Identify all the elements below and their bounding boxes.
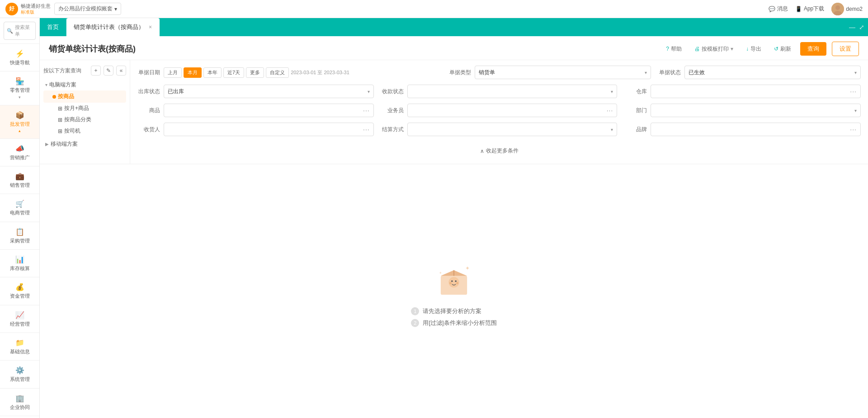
date-btn-more[interactable]: 更多 xyxy=(246,67,264,78)
consignee-field: 收货人 ··· xyxy=(137,123,374,136)
message-button[interactable]: 💬 消息 xyxy=(769,5,788,13)
pc-section: ▾ 电脑端方案 按商品 ⊞ 按月+商品 ⊞ 按 xyxy=(43,79,126,137)
tree-item-by-product[interactable]: 按商品 xyxy=(43,90,126,103)
help-icon: ? xyxy=(666,46,669,52)
tab-bar: 首页 销货单统计计表（按商品） × — ⤢ xyxy=(40,18,868,36)
basic-icon: 📁 xyxy=(15,338,24,347)
date-btn-last-month[interactable]: 上月 xyxy=(164,67,182,78)
app-download-button[interactable]: 📱 App下载 xyxy=(795,5,824,13)
pc-section-header[interactable]: ▾ 电脑端方案 xyxy=(43,79,126,90)
date-btn-this-month[interactable]: 本月 xyxy=(184,67,202,78)
order-status-chevron-icon: ▾ xyxy=(854,70,857,75)
header-left: 好 畅捷通好生意 标准版 办公用品行业模拟账套 ▾ xyxy=(5,3,121,15)
product-select[interactable]: ··· xyxy=(164,104,374,117)
order-type-select[interactable]: 销货单 ▾ xyxy=(475,66,651,79)
mobile-section-header[interactable]: ▶ 移动端方案 xyxy=(43,138,126,150)
avatar xyxy=(831,3,844,15)
add-scheme-button[interactable]: + xyxy=(91,66,101,76)
tree-item-by-month-product[interactable]: ⊞ 按月+商品 xyxy=(43,103,126,114)
sidebar-item-wholesale[interactable]: 📦 批发管理 ▴ xyxy=(0,105,39,139)
tree-item-by-machine[interactable]: ⊞ 按司机 xyxy=(43,125,126,137)
warehouse-select[interactable]: ··· xyxy=(651,85,861,98)
refresh-button[interactable]: ↺ 刷新 xyxy=(770,43,795,55)
wholesale-icon: 📦 xyxy=(15,111,24,119)
receive-status-select[interactable]: ▾ xyxy=(407,85,618,98)
warehouse-field: 仓库 ··· xyxy=(624,85,861,98)
operations-icon: 📈 xyxy=(15,311,24,319)
user-menu[interactable]: demo2 xyxy=(831,3,863,15)
payment-method-select[interactable]: ▾ xyxy=(407,123,618,136)
settings-button[interactable]: 设置 xyxy=(832,42,859,56)
brand-field: 品牌 ··· xyxy=(624,123,861,136)
tree-item-by-product-category[interactable]: ⊞ 按商品分类 xyxy=(43,114,126,125)
logo-text: 畅捷通好生意 标准版 xyxy=(21,3,51,15)
sidebar-item-finance[interactable]: 💰 资金管理 xyxy=(0,277,39,305)
sidebar-item-quicknav[interactable]: ⚡ 快捷导航 xyxy=(0,44,39,71)
date-btn-this-year[interactable]: 本年 xyxy=(203,67,222,78)
sidebar-item-ecommerce[interactable]: 🛒 电商管理 xyxy=(0,194,39,222)
receive-status-field: 收款状态 ▾ xyxy=(381,85,618,98)
sales-icon: 💼 xyxy=(15,172,24,180)
filter-tree: 按以下方案查询 + ✎ « ▾ 电脑端方案 xyxy=(40,60,130,164)
tab-home[interactable]: 首页 xyxy=(40,18,66,36)
svg-point-7 xyxy=(451,280,453,282)
sidebar-item-marketing[interactable]: 📣 营销推广 xyxy=(0,139,39,166)
brand-dots-icon: ··· xyxy=(850,126,857,133)
sidebar-item-sales[interactable]: 💼 销售管理 xyxy=(0,166,39,194)
salesperson-dots-icon: ··· xyxy=(607,107,613,114)
sidebar-item-purchase[interactable]: 📋 采购管理 xyxy=(0,222,39,250)
out-status-select[interactable]: 已出库 ▾ xyxy=(164,85,374,98)
department-field: 部门 ▾ xyxy=(624,104,861,117)
query-button[interactable]: 查询 xyxy=(800,42,826,56)
page-actions: ? 帮助 🖨 按模板打印 ▾ ↓ 导出 ↺ 刷新 xyxy=(662,42,859,56)
search-menu-input[interactable]: 🔍 搜索菜单 xyxy=(4,22,36,40)
svg-point-9 xyxy=(449,282,452,284)
grid-icon-3: ⊞ xyxy=(58,128,62,134)
consignee-select[interactable]: ··· xyxy=(164,123,374,136)
filter-form: 单据日期 上月 本月 本年 近7天 更多 自定义 2023-03-01 至 20… xyxy=(130,60,868,164)
sidebar-item-system[interactable]: ⚙️ 系统管理 xyxy=(0,361,39,388)
sidebar-item-newbie[interactable]: 🎯 新手引导 xyxy=(0,416,39,418)
collapse-tree-button[interactable]: « xyxy=(116,66,126,76)
department-select[interactable]: ▾ xyxy=(651,104,861,117)
collapse-button[interactable]: ∧ 收起更多条件 xyxy=(475,145,524,157)
export-icon: ↓ xyxy=(746,46,749,52)
payment-method-chevron-icon: ▾ xyxy=(611,127,613,132)
pc-section-arrow-icon: ▾ xyxy=(45,82,47,87)
tab-close-icon[interactable]: × xyxy=(149,24,152,30)
receive-status-chevron-icon: ▾ xyxy=(611,89,613,94)
quicknav-icon: ⚡ xyxy=(15,49,24,58)
svg-point-10 xyxy=(456,282,458,284)
wholesale-expand-icon: ▴ xyxy=(19,128,21,133)
filter-row-3: 商品 ··· 业务员 ··· xyxy=(137,104,861,117)
brand-select[interactable]: ··· xyxy=(651,123,861,136)
tab-minimize-icon[interactable]: — xyxy=(849,24,855,31)
date-btn-7days[interactable]: 近7天 xyxy=(223,67,244,78)
svg-point-8 xyxy=(455,280,457,282)
edit-scheme-button[interactable]: ✎ xyxy=(104,66,113,76)
workspace-selector[interactable]: 办公用品行业模拟账套 ▾ xyxy=(54,3,121,15)
sidebar-item-basic[interactable]: 📁 基础信息 xyxy=(0,333,39,361)
consignee-dots-icon: ··· xyxy=(363,126,370,133)
sidebar-item-enterprise[interactable]: 🏢 企业协同 xyxy=(0,389,39,416)
purchase-icon: 📋 xyxy=(15,228,24,236)
sidebar: 🔍 搜索菜单 ⚡ 快捷导航 🏪 零售管理 ▾ 📦 批发管理 ▴ 📣 营销推广 💼… xyxy=(0,18,40,418)
print-button[interactable]: 🖨 按模板打印 ▾ xyxy=(691,43,737,55)
retail-icon: 🏪 xyxy=(15,77,24,86)
header-right: 💬 消息 📱 App下载 demo2 xyxy=(769,3,863,15)
order-status-select[interactable]: 已生效 ▾ xyxy=(684,66,861,79)
empty-illustration: ✦ ✦ xyxy=(431,255,476,302)
salesperson-select[interactable]: ··· xyxy=(407,104,618,117)
sidebar-item-operations[interactable]: 📈 经营管理 xyxy=(0,305,39,333)
tip-2-number: 2 xyxy=(411,319,419,327)
tab-active[interactable]: 销货单统计计表（按商品） × xyxy=(66,18,160,36)
sidebar-item-retail[interactable]: 🏪 零售管理 ▾ xyxy=(0,71,39,105)
sidebar-item-inventory[interactable]: 📊 库存核算 xyxy=(0,250,39,277)
help-button[interactable]: ? 帮助 xyxy=(662,43,685,55)
grid-icon-2: ⊞ xyxy=(58,117,62,123)
product-dots-icon: ··· xyxy=(363,107,370,114)
order-status-field: 单据状态 已生效 ▾ xyxy=(658,66,861,79)
tab-maximize-icon[interactable]: ⤢ xyxy=(859,24,864,31)
date-btn-custom[interactable]: 自定义 xyxy=(266,67,289,78)
export-button[interactable]: ↓ 导出 xyxy=(742,43,765,55)
